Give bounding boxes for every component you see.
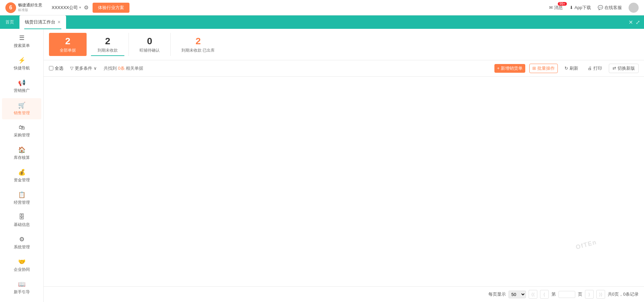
print-icon: 🖨 xyxy=(588,66,592,71)
chevron-down-icon: ▾ xyxy=(79,5,81,10)
total-label: 共0页，0条记录 xyxy=(608,291,639,297)
toolbar-left: 全选 ▽ 更多条件 ∨ 共找到 0条 相关单据 xyxy=(49,64,490,73)
summary-card-shipped[interactable]: 2 到期未收款 已出库 xyxy=(171,33,225,56)
app-download-label: App下载 xyxy=(575,5,591,11)
page-label: 第 xyxy=(551,291,556,297)
switch-version-button[interactable]: ⇄ 切换新版 xyxy=(609,64,639,73)
refresh-icon: ↻ xyxy=(565,66,568,71)
first-page-button[interactable]: ⟨⟨ xyxy=(529,290,537,299)
sidebar-item-guide[interactable]: 📖 新手引导 xyxy=(2,277,41,298)
summary-num-all: 2 xyxy=(65,36,70,47)
switch-icon: ⇄ xyxy=(612,66,616,71)
per-page-select[interactable]: 50 100 200 xyxy=(508,291,526,298)
sidebar-item-inventory[interactable]: 🏠 库存核算 xyxy=(2,143,41,164)
page-suffix: 页 xyxy=(578,291,582,297)
tab-actions: ✕ ⤢ xyxy=(629,19,644,25)
found-prefix: 共找到 xyxy=(104,66,117,71)
sidebar-item-basics[interactable]: 🗄 基础信息 xyxy=(2,210,41,231)
online-service-label: 在线客服 xyxy=(604,5,622,11)
sidebar-item-purchase[interactable]: 🛍 采购管理 xyxy=(2,121,41,141)
trial-button[interactable]: 体验行业方案 xyxy=(93,3,129,13)
sidebar-label-marketing: 营销推广 xyxy=(14,88,30,94)
sidebar-item-enterprise[interactable]: 🤝 企业协同 xyxy=(2,255,41,276)
sidebar-item-search[interactable]: ☰ 搜索菜单 xyxy=(2,31,41,52)
sidebar-item-system[interactable]: ⚙ 系统管理 xyxy=(2,232,41,253)
maximize-icon[interactable]: ⤢ xyxy=(636,19,640,25)
sidebar-label-purchase: 采购管理 xyxy=(14,132,30,138)
summary-card-wangpu[interactable]: 0 旺辅待确认 xyxy=(129,33,171,56)
select-all-checkbox[interactable]: 全选 xyxy=(49,65,63,71)
sidebar-item-operations[interactable]: 📋 经营管理 xyxy=(2,188,41,209)
operations-icon: 📋 xyxy=(18,191,25,198)
refresh-button[interactable]: ↻ 刷新 xyxy=(562,64,581,73)
main-content: 2 全部单据 2 到期未收款 0 旺辅待确认 2 到期未收款 已出库 xyxy=(44,29,644,302)
guide-icon: 📖 xyxy=(18,281,25,288)
settings-icon[interactable]: ⚙ xyxy=(84,4,89,11)
new-sales-button[interactable]: + 新增销货单 xyxy=(494,64,525,73)
logo-text-block: 畅捷通好生意 标准版 xyxy=(18,3,42,13)
switch-label: 切换新版 xyxy=(618,65,635,71)
sidebar-label-inventory: 库存核算 xyxy=(14,155,30,161)
enterprise-icon: 🤝 xyxy=(18,258,25,265)
tab-home-label: 首页 xyxy=(5,19,14,25)
found-text: 共找到 0条 相关单据 xyxy=(104,65,143,71)
next-page-button[interactable]: ⟩ xyxy=(585,290,594,299)
pagination-bar: 每页显示 50 100 200 ⟨⟨ ⟨ 第 1 页 ⟩ ⟩⟩ 共0页，0条记录 xyxy=(44,286,644,302)
sidebar-label-finance: 资金管理 xyxy=(14,177,30,183)
toolbar-right: + 新增销货单 ⊞ 批量操作 ↻ 刷新 🖨 打印 ⇄ 切换新版 xyxy=(494,64,639,73)
summary-num-shipped: 2 xyxy=(196,36,201,47)
sidebar-item-sales[interactable]: 🛒 销售管理 xyxy=(2,98,41,119)
prev-page-button[interactable]: ⟨ xyxy=(540,290,549,299)
summary-card-overdue[interactable]: 2 到期未收款 xyxy=(87,33,129,56)
sidebar-label-system: 系统管理 xyxy=(14,244,30,250)
summary-num-wangpu: 0 xyxy=(147,36,152,47)
sidebar-item-apps[interactable]: 📱 应用中心 xyxy=(2,300,41,302)
finance-icon: 💰 xyxy=(18,169,25,176)
logo-sub: 标准版 xyxy=(18,8,42,12)
sidebar-label-search: 搜索菜单 xyxy=(14,43,30,49)
toolbar: 全选 ▽ 更多条件 ∨ 共找到 0条 相关单据 + 新增销货单 ⊞ 批量操作 xyxy=(44,60,644,77)
service-icon: 💬 xyxy=(598,5,603,10)
close-window-icon[interactable]: ✕ xyxy=(629,19,633,25)
per-page-label: 每页显示 xyxy=(488,291,506,297)
last-page-button[interactable]: ⟩⟩ xyxy=(596,290,605,299)
select-all-input[interactable] xyxy=(49,66,53,70)
filter-label: 更多条件 xyxy=(75,65,92,71)
sidebar-item-marketing[interactable]: 📢 营销推广 xyxy=(2,76,41,97)
tab-home[interactable]: 首页 xyxy=(0,15,19,29)
basics-icon: 🗄 xyxy=(19,214,25,221)
sidebar-item-finance[interactable]: 💰 资金管理 xyxy=(2,165,41,186)
app-download-button[interactable]: ⬇ App下载 xyxy=(570,5,591,11)
sales-icon: 🛒 xyxy=(18,102,25,109)
avatar[interactable] xyxy=(629,3,639,13)
filter-button[interactable]: ▽ 更多条件 ∨ xyxy=(67,64,100,73)
summary-label-shipped: 到期未收款 已出库 xyxy=(181,48,215,53)
print-label: 打印 xyxy=(593,65,602,71)
sidebar-label-sales: 销售管理 xyxy=(14,110,30,116)
sidebar-label-quick-nav: 快捷导航 xyxy=(14,65,30,71)
company-selector[interactable]: XXXXXX公司 ▾ xyxy=(52,5,81,11)
select-all-label: 全选 xyxy=(55,65,63,71)
system-icon: ⚙ xyxy=(19,236,24,243)
summary-card-all[interactable]: 2 全部单据 xyxy=(49,33,87,56)
page-input[interactable]: 1 xyxy=(558,291,575,298)
messages-button[interactable]: ✉ 消息 99+ xyxy=(549,5,563,11)
batch-button[interactable]: ⊞ 批量操作 xyxy=(529,64,558,73)
summary-label-wangpu: 旺辅待确认 xyxy=(140,48,160,53)
sidebar-item-quick-nav[interactable]: ⚡ 快捷导航 xyxy=(2,53,41,74)
summary-num-overdue: 2 xyxy=(105,36,110,47)
messages-badge: 99+ xyxy=(558,2,567,6)
online-service-button[interactable]: 💬 在线客服 xyxy=(598,5,622,11)
tab-close-icon[interactable]: ✕ xyxy=(57,20,61,24)
message-icon: ✉ xyxy=(549,5,553,10)
summary-label-overdue: 到期未收款 xyxy=(98,48,118,53)
summary-label-all: 全部单据 xyxy=(60,48,76,53)
print-button[interactable]: 🖨 打印 xyxy=(585,64,605,73)
sidebar-label-basics: 基础信息 xyxy=(14,222,30,228)
sidebar-label-enterprise: 企业协同 xyxy=(14,267,30,273)
logo-text: 畅捷通好生意 xyxy=(18,3,42,8)
filter-icon: ▽ xyxy=(70,66,73,71)
chevron-down-icon: ∨ xyxy=(94,66,97,71)
found-suffix: 相关单据 xyxy=(126,66,143,71)
tab-workbench[interactable]: 钱货日清工作台 ✕ xyxy=(19,15,66,29)
